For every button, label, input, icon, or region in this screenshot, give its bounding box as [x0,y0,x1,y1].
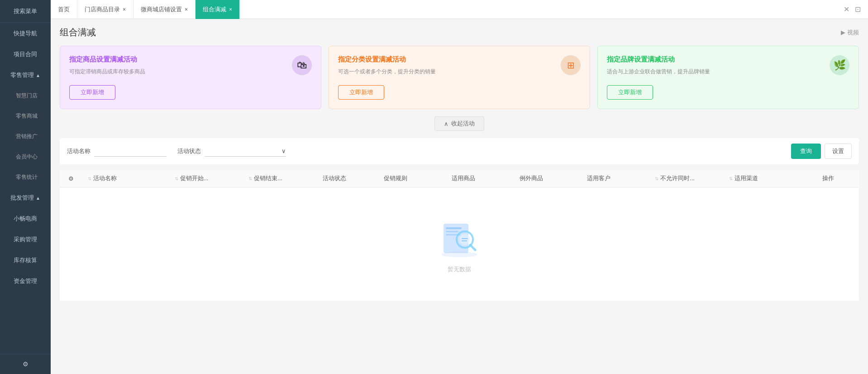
filter-status-label: 活动状态 [177,147,201,155]
collapse-icon: ∧ [444,120,448,127]
sidebar-item-wholesale-mgmt[interactable]: 批发管理 ▲ [0,187,51,208]
svg-rect-2 [446,227,462,229]
th-end[interactable]: ⇅ 促销结束... [243,174,317,182]
th-label: 操作 [822,174,834,182]
th-label: 适用渠道 [734,174,758,182]
sidebar-item-member-center[interactable]: 会员中心 [0,147,51,167]
sidebar-item-finance[interactable]: 资金管理 [0,271,51,292]
sidebar-item-marketing[interactable]: 营销推广 [0,126,51,147]
th-settings[interactable]: ⚙ [60,175,82,182]
th-sort-icon: ⇅ [248,176,252,181]
main-area: 首页 门店商品目录 × 微商城店铺设置 × 组合满减 × ✕ ⊡ 组合满减 ▶ … [51,0,868,374]
sidebar-item-smart-store[interactable]: 智慧门店 [0,86,51,106]
th-notallow[interactable]: ⇅ 不允许同时... [649,174,724,182]
empty-text: 暂无数据 [448,265,471,273]
th-rule: 促销规则 [378,174,446,182]
goods-promo-card: 🛍 指定商品设置满减活动 可指定滞销商品或库存较多商品 立即新增 [60,46,321,109]
promo-cards-section: 🛍 指定商品设置满减活动 可指定滞销商品或库存较多商品 立即新增 ⊞ 指定分类设… [60,46,859,109]
sidebar-item-retail-mgmt[interactable]: 零售管理 ▲ [0,65,51,86]
sidebar-item-label: 零售管理 [10,71,34,79]
sidebar-item-inventory[interactable]: 库存核算 [0,250,51,271]
filter-status-select[interactable]: ∨ [205,146,286,157]
chevron-down-icon: ∨ [281,148,286,154]
sidebar-item-project-contract[interactable]: 项目合同 [0,44,51,65]
filter-name-group: 活动名称 [67,146,167,157]
tab-label: 首页 [58,5,70,14]
close-window-icon[interactable]: ✕ [844,5,849,14]
brand-promo-card: 🌿 指定品牌设置满减活动 适合与上游企业联合做营销，提升品牌销量 立即新增 [597,46,859,109]
th-ops: 操作 [797,174,859,182]
empty-icon-wrap [432,215,486,260]
empty-illustration [432,215,486,260]
category-promo-card: ⊞ 指定分类设置满减活动 可选一个或者多个分类，提升分类的销量 立即新增 [329,46,590,109]
card-title-goods: 指定商品设置满减活动 [69,55,312,64]
setting-button[interactable]: 设置 [825,144,852,159]
th-label: 促销开始... [180,174,209,182]
minimize-window-icon[interactable]: ⊡ [855,5,861,14]
sidebar-item-label: 批发管理 [10,194,34,202]
card-title-category: 指定分类设置满减活动 [338,55,581,64]
page-header: 组合满减 ▶ 视频 [60,26,859,38]
card-desc-category: 可选一个或者多个分类，提升分类的销量 [338,67,581,76]
tab-label: 门店商品目录 [85,5,120,14]
th-sort-icon: ⇅ [175,176,178,181]
filter-name-input[interactable] [94,146,167,157]
category-card-add-button[interactable]: 立即新增 [338,85,384,100]
tab-combo-discount[interactable]: 组合满减 × [196,0,240,19]
filter-bar: 活动名称 活动状态 ∨ 查询 设置 [60,138,859,164]
th-name[interactable]: ⇅ 活动名称 [82,174,169,182]
card-icon-brand: 🌿 [830,55,849,75]
filter-actions: 查询 设置 [791,144,852,159]
tab-store-catalog[interactable]: 门店商品目录 × [77,0,134,19]
card-icon-category: ⊞ [561,55,581,75]
th-label: 例外商品 [520,174,543,182]
brand-card-add-button[interactable]: 立即新增 [607,85,653,100]
th-sort-icon: ⇅ [729,176,733,181]
sidebar-item-label: 零售商城 [16,112,38,120]
sidebar-item-label: 资金管理 [14,277,37,285]
tab-home[interactable]: 首页 [54,0,77,19]
sidebar-item-label: 营销推广 [16,133,38,140]
sidebar-item-xiaochangec[interactable]: 小畅电商 [0,208,51,229]
sidebar-item-retail-mall[interactable]: 零售商城 [0,106,51,126]
th-label: 促销结束... [254,174,282,182]
close-icon[interactable]: × [229,6,232,13]
sidebar-item-purchase-mgmt[interactable]: 采购管理 [0,229,51,250]
th-label: 活动状态 [323,174,346,182]
th-label: 适用商品 [452,174,475,182]
tab-bar: 首页 门店商品目录 × 微商城店铺设置 × 组合满减 × ✕ ⊡ [51,0,868,19]
th-label: 活动名称 [93,174,117,182]
sidebar-settings-button[interactable]: ⚙ [0,354,51,374]
page-title: 组合满减 [60,26,96,38]
th-goods: 适用商品 [446,174,514,182]
play-icon: ▶ [841,29,845,36]
close-icon[interactable]: × [123,6,126,13]
query-button[interactable]: 查询 [791,144,821,159]
video-link[interactable]: ▶ 视频 [841,29,859,37]
close-icon[interactable]: × [185,6,188,13]
sidebar-item-retail-stats[interactable]: 零售统计 [0,167,51,187]
page-content: 组合满减 ▶ 视频 🛍 指定商品设置满减活动 可指定滞销商品或库存较多商品 立即… [51,19,868,374]
sidebar-item-label: 会员中心 [16,153,38,161]
collapse-button[interactable]: ∧ 收起活动 [434,116,484,131]
card-title-brand: 指定品牌设置满减活动 [607,55,849,64]
empty-state: 暂无数据 [60,187,859,301]
settings-icon: ⚙ [68,175,74,182]
sidebar-search[interactable]: 搜索菜单 [0,0,51,23]
th-status: 活动状态 [317,174,379,182]
table-header: ⚙ ⇅ 活动名称 ⇅ 促销开始... ⇅ 促销结束... 活动状态 [60,170,859,187]
sidebar-item-quick-nav[interactable]: 快捷导航 [0,23,51,44]
card-desc-goods: 可指定滞销商品或库存较多商品 [69,67,312,76]
window-controls: ✕ ⊡ [844,5,864,14]
th-channel[interactable]: ⇅ 适用渠道 [724,174,798,182]
tab-ministore-settings[interactable]: 微商城店铺设置 × [134,0,196,19]
goods-card-add-button[interactable]: 立即新增 [69,85,115,100]
data-table: ⚙ ⇅ 活动名称 ⇅ 促销开始... ⇅ 促销结束... 活动状态 [60,170,859,301]
sidebar-item-label: 智慧门店 [16,92,38,100]
th-sort-icon: ⇅ [655,176,658,181]
sidebar-item-label: 库存核算 [14,256,37,264]
svg-rect-3 [446,231,458,232]
video-label: 视频 [847,29,859,37]
th-start[interactable]: ⇅ 促销开始... [169,174,243,182]
th-label: 不允许同时... [660,174,695,182]
